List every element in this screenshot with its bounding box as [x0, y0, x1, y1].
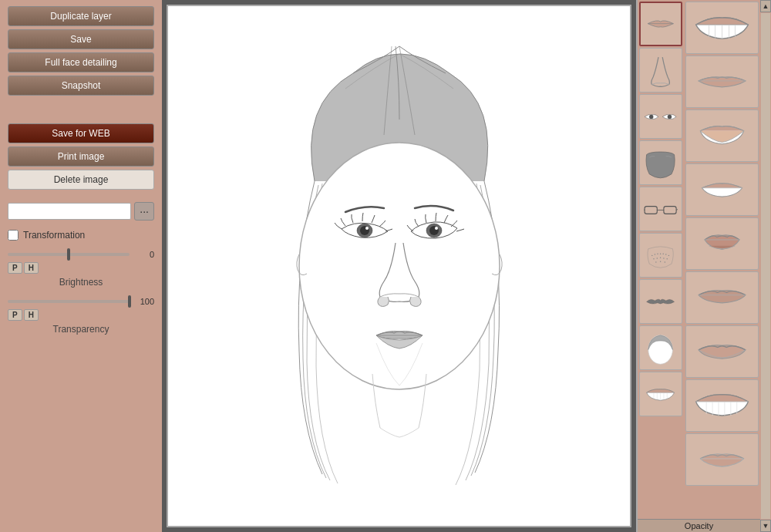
- thumbnail-mustache[interactable]: [639, 279, 682, 324]
- face-sketch: [253, 42, 546, 490]
- transformation-row: Transformation: [8, 230, 154, 241]
- svg-point-22: [668, 254, 669, 255]
- duplicate-layer-button[interactable]: Duplicate layer: [8, 6, 154, 26]
- layer-text-field[interactable]: [8, 203, 131, 220]
- right-thumbnail-lips-open[interactable]: [685, 109, 759, 162]
- snapshot-button[interactable]: Snapshot: [8, 76, 154, 96]
- print-image-button[interactable]: Print image: [8, 146, 154, 167]
- transformation-checkbox[interactable]: [8, 230, 19, 241]
- save-for-web-button[interactable]: Save for WEB: [8, 123, 154, 143]
- thumbnail-beard-light[interactable]: [639, 233, 682, 278]
- transformation-label: Transformation: [23, 230, 85, 241]
- transparency-value: 100: [133, 297, 154, 306]
- svg-point-23: [654, 258, 655, 259]
- svg-point-18: [658, 253, 658, 254]
- transparency-section: 100 P H Transparency: [8, 297, 154, 335]
- svg-point-0: [299, 143, 500, 389]
- right-thumbnail-teeth-wide[interactable]: [685, 379, 759, 432]
- opacity-label: Opacity: [638, 519, 760, 532]
- svg-point-29: [660, 261, 661, 261]
- scrollbar: ▲ ▼: [760, 0, 771, 532]
- svg-point-9: [649, 114, 653, 118]
- transparency-h-button[interactable]: H: [24, 309, 39, 321]
- left-thumbnail-column: [638, 0, 684, 532]
- svg-rect-12: [664, 206, 676, 214]
- brightness-h-button[interactable]: H: [24, 262, 39, 274]
- svg-point-24: [657, 258, 658, 258]
- right-thumbnail-lips-natural[interactable]: [685, 433, 759, 486]
- right-thumbnail-column: [684, 0, 771, 532]
- brightness-label: Brightness: [8, 277, 154, 288]
- svg-point-30: [665, 261, 665, 262]
- right-thumbnail-teeth-slight[interactable]: [685, 163, 759, 216]
- svg-point-21: [665, 254, 666, 254]
- scrollbar-track[interactable]: [761, 13, 770, 519]
- svg-point-10: [668, 114, 672, 118]
- brightness-p-button[interactable]: P: [8, 262, 22, 274]
- brightness-slider-row: 0: [8, 250, 154, 259]
- transparency-label: Transparency: [8, 324, 154, 335]
- thumbnail-beard-full[interactable]: [639, 140, 682, 185]
- transparency-slider-row: 100: [8, 297, 154, 306]
- main-canvas: [167, 5, 631, 527]
- svg-point-3: [365, 227, 369, 230]
- scroll-down-button[interactable]: ▼: [760, 520, 771, 532]
- svg-point-26: [664, 258, 665, 258]
- thumbnail-nose[interactable]: [639, 48, 682, 93]
- thumbnail-lips-closed[interactable]: [639, 2, 682, 46]
- svg-point-6: [435, 227, 438, 230]
- svg-point-16: [651, 254, 652, 255]
- transparency-thumb[interactable]: [128, 295, 131, 308]
- dots-button[interactable]: ···: [134, 202, 154, 221]
- right-thumbnail-lips-part[interactable]: [685, 271, 759, 324]
- transparency-track[interactable]: [8, 300, 130, 303]
- canvas-background: [168, 6, 630, 526]
- brightness-buttons: P H: [8, 262, 154, 274]
- svg-point-27: [667, 258, 668, 259]
- thumbnail-teeth-smile[interactable]: [639, 372, 682, 416]
- right-thumbnail-teeth-smile-big[interactable]: [685, 2, 759, 54]
- text-field-row: ···: [8, 202, 154, 221]
- svg-point-20: [663, 253, 664, 254]
- svg-point-25: [660, 257, 661, 258]
- brightness-value: 0: [133, 250, 154, 259]
- transparency-buttons: P H: [8, 309, 154, 321]
- full-face-detailing-button[interactable]: Full face detailing: [8, 52, 154, 72]
- thumbnail-eyes[interactable]: [639, 94, 682, 139]
- right-thumbnail-lips-smile[interactable]: [685, 325, 759, 378]
- right-thumbnail-lips-slight[interactable]: [685, 56, 759, 108]
- transparency-p-button[interactable]: P: [8, 309, 22, 321]
- brightness-thumb[interactable]: [67, 248, 70, 261]
- svg-point-28: [656, 261, 657, 262]
- svg-point-17: [655, 254, 655, 254]
- svg-point-19: [660, 253, 661, 254]
- scroll-up-button[interactable]: ▲: [760, 0, 771, 12]
- svg-rect-11: [645, 206, 657, 214]
- right-panel: ▲ ▼: [636, 0, 771, 532]
- left-panel: Duplicate layer Save Full face detailing…: [0, 0, 162, 532]
- brightness-track[interactable]: [8, 253, 130, 256]
- save-button[interactable]: Save: [8, 29, 154, 49]
- right-thumbnail-lips-pout[interactable]: [685, 217, 759, 270]
- thumbnail-hair[interactable]: [639, 325, 682, 370]
- brightness-section: 0 P H Brightness: [8, 250, 154, 288]
- delete-image-button[interactable]: Delete image: [8, 170, 154, 190]
- thumbnail-glasses[interactable]: [639, 187, 682, 231]
